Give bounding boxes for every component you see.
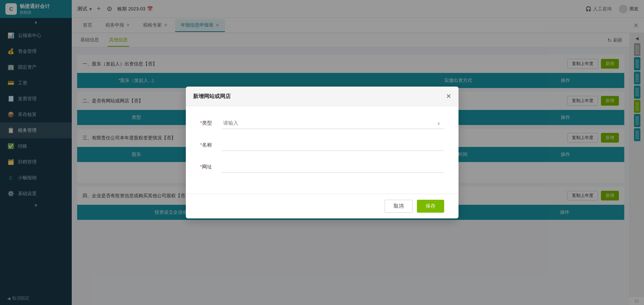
modal-close-button[interactable]: ✕ xyxy=(446,92,451,100)
form-row-url: *网址 xyxy=(200,161,444,173)
form-label-name: *名称 xyxy=(200,142,222,148)
name-input[interactable] xyxy=(222,139,444,151)
modal-title: 新增网站或网店 xyxy=(193,93,231,100)
form-row-type: *类型 ∨ xyxy=(200,117,444,129)
type-input[interactable] xyxy=(222,117,444,129)
modal-footer: 取消 保存 xyxy=(186,194,459,218)
modal-body: *类型 ∨ *名称 *网址 xyxy=(186,106,459,194)
type-dropdown-arrow-icon: ∨ xyxy=(437,120,441,126)
form-input-wrap-url xyxy=(222,161,444,173)
modal-header: 新增网站或网店 ✕ xyxy=(186,87,459,106)
cancel-button[interactable]: 取消 xyxy=(385,200,413,213)
save-button[interactable]: 保存 xyxy=(417,200,444,213)
form-input-wrap-type: ∨ xyxy=(222,117,444,129)
form-input-wrap-name xyxy=(222,139,444,151)
form-label-url: *网址 xyxy=(200,164,222,170)
url-input[interactable] xyxy=(222,161,444,173)
form-label-type: *类型 xyxy=(200,120,222,126)
form-row-name: *名称 xyxy=(200,139,444,151)
modal-overlay[interactable]: 新增网站或网店 ✕ *类型 ∨ *名称 xyxy=(0,0,644,305)
add-website-modal: 新增网站或网店 ✕ *类型 ∨ *名称 xyxy=(186,87,459,218)
